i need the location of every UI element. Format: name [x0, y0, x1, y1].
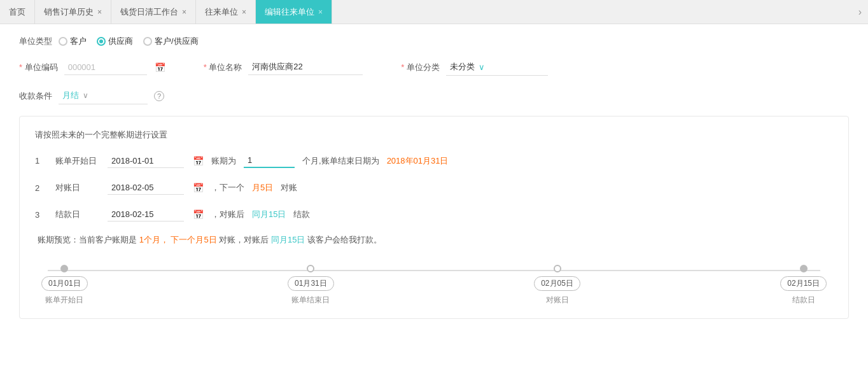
radio-customer-label: 客户	[70, 36, 87, 47]
payment-condition-label: 收款条件	[19, 90, 52, 102]
payment-condition-select[interactable]: 月结 ∨	[59, 87, 148, 104]
unit-type-radio-group: 客户 供应商 客户/供应商	[59, 36, 199, 47]
timeline-sub-0: 账单开始日	[45, 295, 83, 306]
reconcile-highlight: 月5日	[252, 182, 273, 194]
radio-customer[interactable]: 客户	[59, 36, 87, 47]
reconcile-desc-after: 对账	[281, 182, 297, 194]
unit-type-row: 单位类型 客户 供应商 客户/供应商	[19, 36, 849, 47]
calendar-icon-start[interactable]: 📅	[193, 156, 204, 166]
reconcile-date-input[interactable]	[108, 181, 184, 195]
radio-supplier[interactable]: 供应商	[97, 36, 133, 47]
timeline-item-1: 01月31日 账单结束日	[288, 265, 334, 306]
main-content: 单位类型 客户 供应商 客户/供应商 单位编码 📅 单位名称 单位分类	[0, 24, 868, 387]
end-date-highlight: 2018年01月31日	[387, 155, 449, 167]
radio-both[interactable]: 客户/供应商	[143, 36, 199, 47]
radio-customer-circle	[59, 37, 67, 46]
timeline-dot-1	[307, 265, 314, 272]
preview-p2: 下一个月5日	[171, 235, 216, 244]
tabs-bar: 首页 销售订单历史 × 钱货日清工作台 × 往来单位 × 编辑往来单位 × ›	[0, 0, 868, 24]
radio-supplier-label: 供应商	[108, 36, 133, 47]
tab-arrow-right[interactable]: ›	[852, 0, 868, 24]
row-label-2: 对账日	[55, 182, 100, 194]
timeline-items: 01月01日 账单开始日 01月31日 账单结束日 02月05日 对账日 02月…	[41, 265, 827, 306]
tab-home-label: 首页	[9, 6, 25, 18]
tab-sales-history-label: 销售订单历史	[44, 6, 94, 18]
tab-partner-close[interactable]: ×	[242, 8, 246, 17]
unit-category-select[interactable]: 未分类 ∨	[446, 59, 548, 76]
setting-row-2: 2 对账日 📅 ，下一个 月5日 对账	[35, 181, 833, 195]
unit-code-input[interactable]	[64, 60, 147, 75]
row-label-3: 结款日	[55, 209, 100, 220]
unit-name-input[interactable]	[248, 60, 363, 75]
settings-box: 请按照未来的一个完整帐期进行设置 1 账单开始日 📅 账期为 个月,账单结束日期…	[19, 116, 849, 319]
timeline-item-0: 01月01日 账单开始日	[41, 265, 88, 306]
unit-type-label: 单位类型	[19, 36, 52, 47]
timeline-badge-2: 02月05日	[534, 276, 580, 291]
tab-home[interactable]: 首页	[0, 0, 35, 24]
payment-desc-pre: ，对账后	[211, 209, 244, 220]
payment-desc-after: 结款	[293, 209, 310, 220]
setting-row-1: 1 账单开始日 📅 账期为 个月,账单结束日期为 2018年01月31日	[35, 153, 833, 168]
preview-label: 账期预览：当前客户账期是	[38, 235, 137, 244]
timeline: 01月01日 账单开始日 01月31日 账单结束日 02月05日 对账日 02月…	[35, 258, 833, 306]
start-date-input[interactable]	[108, 154, 184, 168]
reconcile-desc-pre: ，下一个	[211, 182, 244, 194]
timeline-badge-3: 02月15日	[780, 276, 827, 291]
timeline-item-2: 02月05日 对账日	[534, 265, 580, 306]
unit-category-label: 单位分类	[401, 62, 440, 73]
timeline-dot-0	[60, 265, 68, 272]
payment-condition-row: 收款条件 月结 ∨ ?	[19, 87, 849, 104]
radio-both-circle	[143, 37, 152, 46]
settings-title: 请按照未来的一个完整帐期进行设置	[35, 129, 833, 141]
tab-edit-partner-label: 编辑往来单位	[265, 6, 314, 18]
period-months: 个月,账单结束日期为	[302, 155, 379, 167]
timeline-badge-0: 01月01日	[41, 276, 88, 291]
timeline-dot-3	[800, 265, 808, 272]
tab-cash-work-label: 钱货日清工作台	[120, 6, 178, 18]
preview-p4: 同月15日	[271, 235, 305, 244]
radio-both-label: 客户/供应商	[155, 36, 199, 47]
tab-edit-partner[interactable]: 编辑往来单位 ×	[256, 0, 332, 24]
setting-row-3: 3 结款日 📅 ，对账后 同月15日 结款	[35, 208, 833, 222]
radio-supplier-circle	[97, 37, 106, 46]
unit-info-row: 单位编码 📅 单位名称 单位分类 未分类 ∨	[19, 59, 849, 76]
unit-code-label: 单位编码	[19, 62, 58, 73]
tab-cash-work[interactable]: 钱货日清工作台 ×	[111, 0, 196, 24]
help-icon[interactable]: ?	[154, 91, 164, 101]
tab-sales-history-close[interactable]: ×	[97, 8, 102, 17]
calendar-icon-payment[interactable]: 📅	[193, 209, 204, 220]
tab-partner[interactable]: 往来单位 ×	[196, 0, 256, 24]
unit-name-label: 单位名称	[204, 62, 242, 73]
row-num-2: 2	[35, 183, 48, 193]
timeline-dot-2	[554, 265, 561, 272]
tab-sales-history[interactable]: 销售订单历史 ×	[35, 0, 111, 24]
payment-date-input[interactable]	[108, 208, 184, 222]
preview-p3: 对账，对账后	[219, 235, 269, 244]
tab-cash-work-close[interactable]: ×	[182, 8, 186, 17]
period-input[interactable]	[244, 153, 295, 168]
preview-p1: 1个月，	[139, 235, 169, 244]
timeline-sub-3: 结款日	[792, 295, 815, 306]
tab-edit-partner-close[interactable]: ×	[318, 8, 323, 17]
period-prefix: 账期为	[211, 155, 236, 167]
timeline-badge-1: 01月31日	[288, 276, 334, 291]
payment-highlight: 同月15日	[252, 209, 286, 220]
timeline-sub-2: 对账日	[546, 295, 569, 306]
timeline-item-3: 02月15日 结款日	[780, 265, 827, 306]
row-label-1: 账单开始日	[55, 155, 100, 167]
preview-text: 账期预览：当前客户账期是 1个月， 下一个月5日 对账，对账后 同月15日 该客…	[35, 234, 833, 246]
category-dropdown-icon: ∨	[479, 62, 485, 72]
tab-partner-label: 往来单位	[205, 6, 238, 18]
calendar-icon-code[interactable]: 📅	[155, 62, 165, 73]
row-num-3: 3	[35, 210, 48, 220]
unit-category-value: 未分类	[450, 61, 475, 73]
timeline-sub-1: 账单结束日	[291, 295, 330, 306]
calendar-icon-reconcile[interactable]: 📅	[193, 183, 204, 193]
preview-p5: 该客户会给我打款。	[307, 235, 382, 244]
payment-condition-value: 月结	[62, 90, 79, 101]
payment-condition-arrow: ∨	[83, 91, 88, 100]
row-num-1: 1	[35, 156, 48, 165]
